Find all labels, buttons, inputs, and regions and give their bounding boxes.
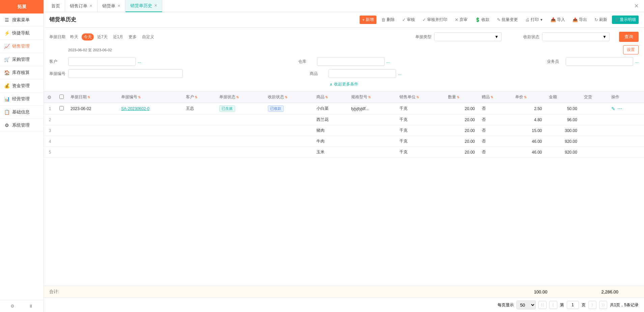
page-next-button[interactable]: ⟩ <box>588 301 596 309</box>
sidebar-item-finance-mgmt[interactable]: 💰 资金管理 <box>0 79 44 93</box>
th-gear[interactable]: ⚙ <box>44 92 56 103</box>
review-print-button[interactable]: ✓ 审核并打印 <box>420 16 450 24</box>
th-qty[interactable]: 数量⇅ <box>445 92 478 103</box>
filter-docno-input[interactable] <box>68 69 183 78</box>
row-doc-no <box>118 136 183 147</box>
row-doc-no <box>118 125 183 136</box>
customer-dots[interactable]: ... <box>138 59 141 64</box>
tab-sales-goods-close[interactable]: ✕ <box>117 4 120 8</box>
review-button[interactable]: ✓ 审核 <box>399 16 418 24</box>
row-amount: 920.00 <box>545 147 581 158</box>
export-button[interactable]: 📤 导出 <box>570 16 590 24</box>
th-sales-unit[interactable]: 销售单位⇅ <box>396 92 445 103</box>
th-customer[interactable]: 客户⇅ <box>183 92 216 103</box>
filter-payment-status-select[interactable]: ▼ <box>542 32 610 41</box>
sidebar-item-sys-mgmt[interactable]: ⚙ 系统管理 <box>0 119 44 132</box>
more-op-button[interactable]: ⋯ <box>617 106 622 111</box>
sidebar-item-inventory[interactable]: 🏠 库存核算 <box>0 66 44 79</box>
th-doc-status-label: 单据状态 <box>219 95 235 99</box>
row-gift: 否 <box>478 147 512 158</box>
filter-doc-type-select[interactable]: ▼ <box>434 32 502 41</box>
collapse-arrow-icon: ∧ <box>330 82 333 87</box>
sidebar-item-label: 搜索菜单 <box>12 17 30 23</box>
footer-label: 合计: <box>49 289 59 295</box>
filter-customer-input[interactable] <box>68 57 136 66</box>
row-gift: 否 <box>478 103 512 114</box>
date-today[interactable]: 今天 <box>82 33 94 41</box>
refresh-button[interactable]: ↻ 刷新 <box>592 16 610 24</box>
tab-sales-history-close[interactable]: ✕ <box>154 3 157 8</box>
filter-salesperson-input[interactable] <box>566 57 633 66</box>
filter-goods-input[interactable] <box>329 69 396 78</box>
sidebar-pause-icon[interactable]: ⏸ <box>29 304 33 309</box>
date-more[interactable]: 更多 <box>127 33 139 41</box>
page-input[interactable] <box>567 301 579 309</box>
import-button[interactable]: 📥 导入 <box>548 16 568 24</box>
doc-status-badge: 已生效 <box>219 105 235 112</box>
edit-op-button[interactable]: ✎ <box>611 106 615 111</box>
date-7days[interactable]: 近7天 <box>95 33 110 41</box>
settings-button[interactable]: 设置 <box>623 45 639 54</box>
th-date[interactable]: 单据日期⇅ <box>67 92 118 103</box>
date-custom[interactable]: 自定义 <box>140 33 156 41</box>
query-button[interactable]: 查询 <box>619 32 639 42</box>
th-gift[interactable]: 赠品⇅ <box>478 92 512 103</box>
tab-sales-goods[interactable]: 销货单 ✕ <box>97 0 125 12</box>
page-size-select[interactable]: 50 10 20 100 <box>516 301 536 309</box>
sidebar-settings-icon[interactable]: ⚙ <box>10 304 15 309</box>
page-prev-button[interactable]: ⟨ <box>549 301 557 309</box>
salesperson-dots[interactable]: ... <box>635 59 639 64</box>
row-doc-status: 已生效 <box>216 103 264 114</box>
th-goods[interactable]: 商品⇅ <box>313 92 348 103</box>
warehouse-dots[interactable]: ... <box>387 59 390 64</box>
footer-total-qty: 100.00 <box>65 289 601 294</box>
sidebar-item-search-menu[interactable]: ☰ 搜索菜单 <box>0 14 44 27</box>
gear-icon[interactable]: ⚙ <box>47 95 52 100</box>
goods-dots[interactable]: ... <box>398 71 401 76</box>
row-customer <box>183 136 216 147</box>
sidebar-item-ops-mgmt[interactable]: 📊 经营管理 <box>0 93 44 106</box>
tabs-close-all[interactable]: ✕ <box>632 3 641 9</box>
tab-sales-history[interactable]: 销货单历史 ✕ <box>125 0 162 12</box>
row-checkbox[interactable] <box>59 106 64 110</box>
show-detail-button[interactable]: ☰ 显示明细 <box>612 16 639 24</box>
sidebar-item-purchase-mgmt[interactable]: 🛒 采购管理 <box>0 53 44 66</box>
sidebar-item-basic-info[interactable]: 📋 基础信息 <box>0 106 44 119</box>
row-amount: 96.00 <box>545 114 581 125</box>
row-sales-unit: 千克 <box>396 147 445 158</box>
sort-goods-icon: ⇅ <box>325 95 328 99</box>
row-goods: 小白菜 <box>313 103 348 114</box>
th-payment-status[interactable]: 收款状态⇅ <box>264 92 313 103</box>
sidebar-item-quick-nav[interactable]: ⚡ 快捷导航 <box>0 27 44 40</box>
sidebar-item-label: 基础信息 <box>12 109 30 115</box>
collect-button[interactable]: 💲 收款 <box>472 16 492 24</box>
collapse-filter-button[interactable]: ∧ 收起更多条件 <box>49 81 639 87</box>
th-unit-price[interactable]: 单价⇅ <box>512 92 545 103</box>
abandon-button[interactable]: ✕ 弃审 <box>452 16 470 24</box>
row-customer: 王总 <box>183 103 216 114</box>
filter-warehouse-input[interactable] <box>317 57 385 66</box>
delete-icon: 🗑 <box>381 17 386 22</box>
doc-no-link[interactable]: SA-20230602-0 <box>121 106 149 111</box>
th-date-label: 单据日期 <box>71 95 87 99</box>
add-button[interactable]: + 新增 <box>360 16 377 24</box>
batch-change-button[interactable]: ✎ 批量变更 <box>494 16 521 24</box>
print-button[interactable]: 🖨 打印 ▼ <box>523 16 546 24</box>
row-sales-unit: 千克 <box>396 125 445 136</box>
date-1month[interactable]: 近1月 <box>111 33 125 41</box>
sidebar-item-sales-mgmt[interactable]: 📈 销售管理 <box>0 40 44 53</box>
data-table: ⚙ 单据日期⇅ 单据编号⇅ 客户⇅ 单据状态⇅ 收款状态⇅ 商品⇅ 规格型号⇅ … <box>44 92 644 158</box>
delete-button[interactable]: 🗑 删除 <box>379 16 397 24</box>
tab-sales-order-close[interactable]: ✕ <box>89 4 92 8</box>
select-all-checkbox[interactable] <box>59 95 64 99</box>
row-num: 2 <box>44 114 56 125</box>
tab-home[interactable]: 首页 <box>47 0 65 12</box>
th-spec-type[interactable]: 规格型号⇅ <box>348 92 396 103</box>
tab-sales-order[interactable]: 销售订单 ✕ <box>65 0 97 12</box>
th-doc-status[interactable]: 单据状态⇅ <box>216 92 264 103</box>
date-yesterday[interactable]: 昨天 <box>68 33 80 41</box>
page-first-button[interactable]: ⟨⟨ <box>538 301 547 309</box>
th-gift-label: 赠品 <box>482 95 490 99</box>
page-last-button[interactable]: ⟩⟩ <box>599 301 607 309</box>
th-doc-no[interactable]: 单据编号⇅ <box>118 92 183 103</box>
